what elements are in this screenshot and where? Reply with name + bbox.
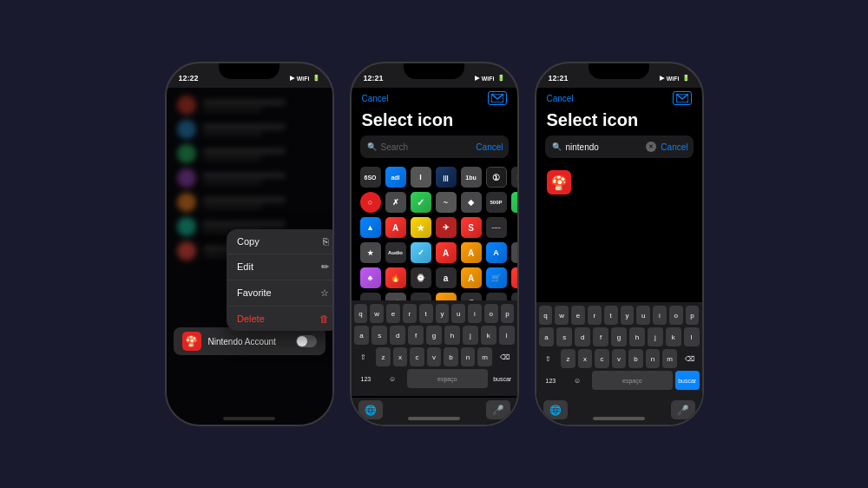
app-icon[interactable]: ⌚ (411, 267, 431, 288)
app-icon[interactable]: S (461, 217, 482, 238)
key3-shift[interactable]: ⇧ (539, 349, 559, 368)
key3-k[interactable]: k (666, 327, 681, 346)
key-g[interactable]: g (426, 326, 442, 345)
key3-s[interactable]: s (556, 327, 572, 346)
key3-q[interactable]: q (539, 306, 553, 325)
key3-l[interactable]: l (684, 327, 700, 346)
key-b[interactable]: b (444, 347, 458, 366)
context-delete[interactable]: Delete 🗑 (227, 307, 332, 331)
app-icon[interactable]: ○ (360, 192, 381, 213)
app-icon[interactable]: ♾ (461, 293, 482, 300)
app-icon[interactable]: 1→II (511, 167, 517, 188)
app-icon[interactable]: adl (385, 167, 406, 188)
search-cancel-2[interactable]: Cancel (476, 142, 503, 152)
cancel-button-3[interactable]: Cancel (547, 94, 574, 103)
app-icon[interactable]: 2K (436, 293, 457, 300)
clear-button-3[interactable]: ✕ (646, 142, 656, 152)
key3-g[interactable]: g (611, 327, 627, 346)
app-icon[interactable]: a (360, 293, 381, 300)
app-icon[interactable]: A (436, 242, 457, 263)
key3-y[interactable]: y (621, 306, 635, 325)
key-s[interactable]: s (372, 326, 387, 345)
key3-f[interactable]: f (593, 327, 608, 346)
toggle-switch[interactable] (296, 335, 317, 347)
app-icon[interactable]: ✓ (411, 242, 431, 263)
app-icon[interactable]: 1bu (461, 167, 482, 188)
key-m[interactable]: m (477, 347, 492, 366)
search-bar-2[interactable]: 🔍 Search Cancel (360, 135, 509, 158)
key3-i[interactable]: i (653, 306, 667, 325)
app-icon[interactable]: □ (411, 293, 431, 300)
app-icon[interactable]: ~~~ (486, 217, 507, 238)
key-t[interactable]: t (419, 304, 433, 323)
key-q[interactable]: q (354, 304, 368, 323)
app-icon[interactable]: ★ (411, 217, 431, 238)
key-k[interactable]: k (481, 326, 496, 345)
key3-t[interactable]: t (604, 306, 618, 325)
key3-a[interactable]: a (539, 327, 555, 346)
key-d[interactable]: d (390, 326, 405, 345)
key-c[interactable]: c (410, 347, 424, 366)
globe-icon-3[interactable]: 🌐 (543, 400, 568, 419)
key-x[interactable]: x (393, 347, 408, 366)
key-h[interactable]: h (444, 326, 460, 345)
key-backspace[interactable]: ⌫ (495, 347, 515, 366)
key-f[interactable]: f (408, 326, 424, 345)
key-u[interactable]: u (451, 304, 465, 323)
mic-icon[interactable]: 🎤 (486, 400, 510, 419)
key3-n[interactable]: n (646, 349, 661, 368)
key3-j[interactable]: j (648, 327, 663, 346)
app-icon[interactable]: 🔥 (385, 267, 406, 288)
app-icon[interactable]: ✉ (486, 293, 507, 300)
app-icon[interactable]: I (411, 167, 431, 188)
key-123[interactable]: 123 (354, 369, 378, 388)
key3-backspace[interactable]: ⌫ (680, 349, 700, 368)
app-icon[interactable]: ◆ (461, 192, 482, 213)
app-icon[interactable]: ♣ (360, 267, 381, 288)
cancel-button-2[interactable]: Cancel (362, 94, 389, 103)
context-edit[interactable]: Edit ✏ (227, 254, 332, 280)
key3-x[interactable]: x (578, 349, 593, 368)
app-icon[interactable]: ★ (360, 242, 381, 263)
app-icon[interactable]: 500P (486, 192, 507, 213)
key3-space[interactable]: espaço (592, 371, 673, 390)
key-buscar[interactable]: buscar (490, 369, 515, 388)
app-icon[interactable]: A (385, 217, 406, 238)
app-icon[interactable]: 🛒 (486, 267, 507, 288)
key-z[interactable]: z (376, 347, 391, 366)
app-icon[interactable]: ◆ (511, 267, 517, 288)
key-v[interactable]: v (427, 347, 442, 366)
key-w[interactable]: w (370, 304, 384, 323)
app-icon[interactable]: ▲ (360, 217, 381, 238)
app-icon[interactable]: a (436, 267, 457, 288)
result-nintendo-icon[interactable]: 🍄 (547, 170, 571, 195)
key-n[interactable]: n (461, 347, 476, 366)
key-o[interactable]: o (484, 304, 498, 323)
globe-icon[interactable]: 🌐 (358, 400, 383, 419)
key3-e[interactable]: e (571, 306, 585, 325)
key3-z[interactable]: z (561, 349, 575, 368)
app-icon[interactable]: ||| (436, 167, 457, 188)
key3-d[interactable]: d (575, 327, 590, 346)
context-copy[interactable]: Copy ⎘ (227, 229, 332, 254)
search-cancel-3[interactable]: Cancel (661, 142, 687, 152)
mic-icon-3[interactable]: 🎤 (671, 400, 695, 419)
key-shift[interactable]: ⇧ (354, 347, 374, 366)
key3-h[interactable]: h (629, 327, 645, 346)
key-e[interactable]: e (386, 304, 400, 323)
key3-emoji[interactable]: ☺ (565, 371, 589, 390)
key3-123[interactable]: 123 (539, 371, 563, 390)
app-icon[interactable]: ✗ (385, 192, 406, 213)
app-icon[interactable]: ▲ (511, 242, 517, 263)
key3-c[interactable]: c (595, 349, 609, 368)
key3-m[interactable]: m (662, 349, 677, 368)
app-icon[interactable]: 6SO (360, 167, 381, 188)
key-i[interactable]: i (468, 304, 482, 323)
app-icon[interactable]: 2 (511, 192, 517, 213)
key-a[interactable]: a (354, 326, 370, 345)
app-icon[interactable]: Q (511, 293, 517, 300)
key3-v[interactable]: v (612, 349, 627, 368)
app-icon[interactable]: ✈ (436, 217, 457, 238)
search-bar-typed-3[interactable]: 🔍 nintendo ✕ Cancel (545, 135, 694, 158)
key-r[interactable]: r (403, 304, 417, 323)
